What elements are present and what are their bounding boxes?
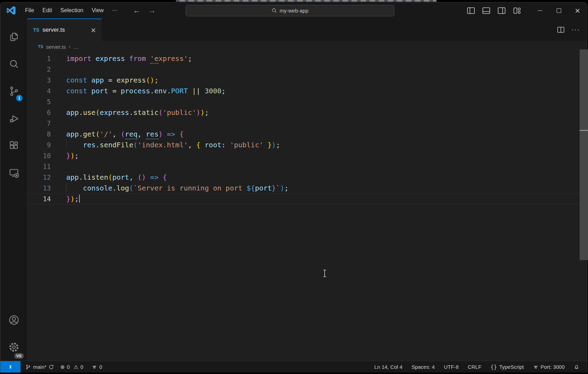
port-label: Port: 3000 bbox=[541, 364, 565, 370]
remote-icon bbox=[8, 364, 13, 369]
background-artifact bbox=[176, 0, 436, 2]
braces-icon: {} bbox=[490, 364, 497, 370]
line-text: }); bbox=[66, 150, 79, 161]
run-debug-icon bbox=[8, 112, 20, 124]
activity-settings[interactable]: VS bbox=[6, 334, 22, 361]
line-text: app.use(express.static('public')); bbox=[66, 107, 209, 118]
ports-indicator[interactable]: 0 bbox=[92, 364, 102, 370]
code-line[interactable]: 3const app = express(); bbox=[28, 75, 587, 86]
chevron-right-icon: › bbox=[69, 43, 71, 50]
menu-view[interactable]: View bbox=[87, 6, 108, 15]
code-area[interactable]: 1import express from 'express';23const a… bbox=[28, 53, 587, 361]
line-number: 4 bbox=[28, 86, 51, 96]
menu-file[interactable]: File bbox=[21, 6, 38, 15]
line-number: 8 bbox=[28, 129, 51, 140]
line-text: res.sendFile('index.html', { root: 'publ… bbox=[66, 140, 280, 150]
code-line[interactable]: 6app.use(express.static('public')); bbox=[28, 107, 587, 118]
screen-bottom-gap bbox=[0, 373, 588, 374]
extensions-icon bbox=[8, 140, 20, 151]
line-text: const app = express(); bbox=[66, 75, 158, 86]
line-number: 11 bbox=[28, 161, 51, 172]
line-number: 13 bbox=[28, 183, 51, 194]
code-line[interactable]: 12app.listen(port, () => { bbox=[28, 172, 587, 183]
close-icon: × bbox=[575, 7, 581, 14]
code-line[interactable]: 9 res.sendFile('index.html', { root: 'pu… bbox=[28, 140, 587, 150]
more-actions-icon[interactable]: ··· bbox=[571, 26, 580, 33]
toggle-primary-sidebar-icon[interactable] bbox=[467, 7, 475, 14]
line-text: app.get('/', (req, res) => { bbox=[66, 129, 184, 140]
breadcrumb-more[interactable]: … bbox=[74, 44, 79, 50]
split-editor-icon[interactable] bbox=[557, 27, 564, 33]
problems-indicator[interactable]: ⊗ 0 ⚠ 0 bbox=[60, 364, 83, 370]
indentation[interactable]: Spaces: 4 bbox=[411, 364, 435, 370]
encoding[interactable]: UTF-8 bbox=[444, 364, 459, 370]
line-text: }); bbox=[66, 194, 80, 204]
activity-source-control[interactable]: 1 bbox=[6, 78, 22, 105]
line-number: 10 bbox=[28, 150, 51, 161]
tab-bar: TS server.ts × ··· bbox=[28, 18, 587, 41]
vscode-window: FileEditSelectionView··· ← → my-web-app bbox=[0, 2, 587, 373]
activity-search[interactable] bbox=[6, 50, 22, 78]
code-line[interactable]: 2 bbox=[28, 64, 587, 75]
code-line[interactable]: 10}); bbox=[28, 150, 587, 161]
explorer-files-icon bbox=[8, 31, 20, 43]
broadcast-icon bbox=[533, 364, 539, 370]
activity-bar: 1 bbox=[0, 18, 28, 361]
screen: FileEditSelectionView··· ← → my-web-app bbox=[0, 0, 588, 374]
branch-indicator[interactable]: main* bbox=[25, 364, 54, 370]
branch-name: main* bbox=[33, 364, 46, 370]
breadcrumb[interactable]: TS server.ts › … bbox=[28, 41, 587, 53]
maximize-icon bbox=[557, 8, 561, 13]
activity-extensions[interactable] bbox=[6, 132, 22, 159]
line-number: 6 bbox=[28, 107, 51, 118]
activity-account[interactable] bbox=[6, 306, 22, 334]
line-text: const port = process.env.PORT || 3000; bbox=[66, 86, 226, 96]
tab-close-icon[interactable]: × bbox=[91, 26, 96, 34]
code-line[interactable]: 7 bbox=[28, 118, 587, 129]
activity-run-debug[interactable] bbox=[6, 105, 22, 132]
code-line[interactable]: 5 bbox=[28, 96, 587, 107]
account-icon bbox=[8, 314, 20, 326]
notifications-bell-icon[interactable] bbox=[574, 364, 579, 370]
maximize-button[interactable] bbox=[549, 2, 568, 18]
search-value: my-web-app bbox=[280, 8, 309, 14]
code-line[interactable]: 1import express from 'express'; bbox=[28, 53, 587, 64]
code-line[interactable]: 13 console.log(`Server is running on por… bbox=[28, 183, 587, 194]
menu-overflow-icon[interactable]: ··· bbox=[108, 6, 122, 15]
line-number: 5 bbox=[28, 96, 51, 107]
tab-server-ts[interactable]: TS server.ts × bbox=[28, 18, 102, 41]
code-line[interactable]: 4const port = process.env.PORT || 3000; bbox=[28, 86, 587, 96]
typescript-file-icon: TS bbox=[38, 44, 43, 49]
command-center-search[interactable]: my-web-app bbox=[186, 5, 394, 16]
minimize-button[interactable] bbox=[531, 2, 549, 18]
nav-forward-icon[interactable]: → bbox=[148, 6, 157, 15]
warning-icon: ⚠ bbox=[74, 364, 78, 370]
line-text: console.log(`Server is running on port $… bbox=[66, 183, 288, 194]
status-bar: main* ⊗ 0 ⚠ 0 bbox=[0, 361, 587, 373]
menu-selection[interactable]: Selection bbox=[56, 6, 87, 15]
sync-icon bbox=[48, 364, 54, 370]
code-line[interactable]: 11 bbox=[28, 161, 587, 172]
language-mode[interactable]: {} TypeScript bbox=[490, 364, 524, 370]
nav-back-icon[interactable]: ← bbox=[132, 6, 141, 15]
customize-layout-icon[interactable] bbox=[513, 7, 521, 14]
line-number: 9 bbox=[28, 140, 51, 150]
remote-indicator[interactable] bbox=[0, 361, 21, 373]
activity-explorer[interactable] bbox=[6, 23, 22, 50]
broadcast-icon bbox=[92, 364, 97, 370]
code-line[interactable]: 8app.get('/', (req, res) => { bbox=[28, 129, 587, 140]
activity-remote-explorer[interactable] bbox=[6, 159, 22, 186]
git-branch-icon bbox=[25, 364, 31, 370]
code-line[interactable]: 14}); bbox=[28, 194, 587, 204]
scrollbar-thumb[interactable] bbox=[580, 49, 588, 260]
port-forward[interactable]: Port: 3000 bbox=[533, 364, 565, 370]
breadcrumb-file[interactable]: server.ts bbox=[46, 44, 66, 50]
menu-edit[interactable]: Edit bbox=[38, 6, 56, 15]
eol-sequence[interactable]: CRLF bbox=[468, 364, 481, 370]
close-button[interactable]: × bbox=[568, 2, 587, 18]
toggle-panel-icon[interactable] bbox=[482, 7, 490, 14]
cursor-position[interactable]: Ln 14, Col 4 bbox=[374, 364, 403, 370]
toggle-secondary-sidebar-icon[interactable] bbox=[498, 7, 505, 14]
scrollbar-marker bbox=[580, 130, 588, 131]
text-caret bbox=[79, 195, 80, 203]
